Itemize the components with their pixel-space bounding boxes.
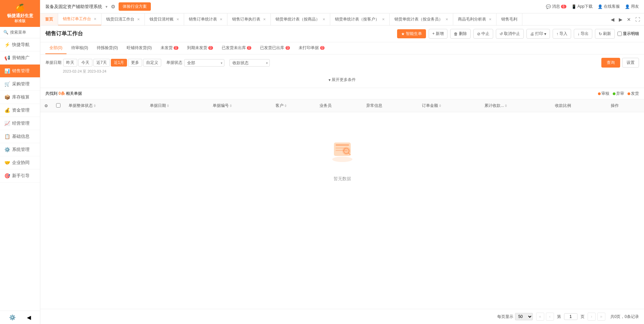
- prev-page-btn[interactable]: ‹: [546, 313, 554, 321]
- tab-next-btn[interactable]: ▶: [617, 16, 624, 23]
- subtab-shipped-out[interactable]: 已发货已出库 0: [256, 42, 294, 54]
- tab-close-stats-staff[interactable]: ✕: [445, 17, 448, 21]
- delete-btn[interactable]: 🗑 删除: [450, 29, 471, 39]
- date-yesterday[interactable]: 昨天: [63, 59, 77, 67]
- refresh-btn[interactable]: ↻ 刷新: [595, 29, 615, 39]
- th-status[interactable]: 单据整体状态: [65, 99, 146, 112]
- subtab-all[interactable]: 全部(0): [45, 42, 67, 54]
- unapprove-btn[interactable]: 弃审: [613, 91, 624, 96]
- date-custom[interactable]: 自定义: [143, 59, 161, 67]
- per-page-select[interactable]: 50 10 20 100: [515, 313, 533, 320]
- page-input[interactable]: [564, 313, 577, 320]
- sidebar-item-finance[interactable]: 💰 资金管理: [0, 104, 40, 117]
- sidebar-item-basic[interactable]: 📋 基础信息: [0, 130, 40, 143]
- sidebar-item-inventory[interactable]: 📦 库存核算: [0, 91, 40, 104]
- tab-close-sales-workbench[interactable]: ✕: [94, 17, 96, 21]
- sidebar-item-quick-nav[interactable]: ⚡ 快捷导航: [0, 38, 40, 51]
- sort-amount[interactable]: 订单金额: [422, 103, 477, 109]
- th-date[interactable]: 单据日期: [146, 99, 209, 112]
- sort-customer[interactable]: 客户: [275, 103, 311, 109]
- sidebar-item-guide[interactable]: 🎯 新手引导: [0, 169, 40, 183]
- tab-reconcile[interactable]: 钱货日清对账 ✕: [145, 13, 184, 26]
- user-btn[interactable]: 👤 用友: [625, 4, 639, 9]
- subtab-wangpu-ship[interactable]: 旺铺待发货(0): [123, 42, 156, 54]
- tab-order-stats[interactable]: 销售订单统计表 ✕: [184, 13, 227, 26]
- subtab-not-shipped[interactable]: 未发货 0: [157, 42, 182, 54]
- tab-close-all-btn[interactable]: ✕: [626, 16, 632, 23]
- subtab-not-printed[interactable]: 未打印单据 0: [295, 42, 329, 54]
- sidebar-item-enterprise[interactable]: 🤝 企业协同: [0, 156, 40, 169]
- expand-more-btn[interactable]: ▾ 展开更多条件: [45, 75, 639, 84]
- tab-close-order-stats[interactable]: ✕: [220, 17, 222, 21]
- sidebar-purchase-label: 采购管理: [12, 81, 30, 87]
- payment-select[interactable]: 收款状态: [229, 59, 270, 67]
- sort-cumulative[interactable]: 累计收款...: [484, 103, 547, 109]
- solution-btn[interactable]: 体验行业方案: [119, 2, 151, 11]
- status-select[interactable]: 全部: [184, 59, 224, 67]
- tab-sales-stats-staff[interactable]: 销货单统计表（按业务员） ✕: [390, 13, 453, 26]
- import-btn[interactable]: ↑ 导入: [553, 29, 571, 39]
- subtab-overdue-ship[interactable]: 到期未发货 0: [183, 42, 217, 54]
- tab-close-stats-product[interactable]: ✕: [323, 17, 325, 21]
- sort-status[interactable]: 单据整体状态: [69, 103, 142, 109]
- show-detail-checkbox[interactable]: [617, 32, 622, 36]
- export-btn[interactable]: ↓ 导出: [574, 29, 592, 39]
- date-1month[interactable]: 近1月: [111, 59, 127, 67]
- dropdown-icon[interactable]: ▾: [105, 4, 108, 9]
- tab-home[interactable]: 首页: [40, 13, 58, 26]
- print-btn[interactable]: 🖨 打印 ▾: [526, 29, 550, 39]
- tab-close-stats-customer[interactable]: ✕: [382, 17, 385, 21]
- send-btn[interactable]: 发货: [628, 91, 639, 96]
- approve-btn[interactable]: 审核: [598, 91, 609, 96]
- tab-sales-stats-product[interactable]: 销货单统计表（按商品） ✕: [271, 13, 330, 26]
- tab-maximize-btn[interactable]: ⛶: [634, 16, 641, 23]
- date-7days[interactable]: 近7天: [93, 59, 110, 67]
- subtab-pending-pick[interactable]: 待拣验货(0): [93, 42, 122, 54]
- last-page-btn[interactable]: »: [597, 313, 605, 321]
- add-btn[interactable]: + 新增: [429, 29, 447, 39]
- subtab-pending-review[interactable]: 待审核(0): [67, 42, 92, 54]
- th-number[interactable]: 单据编号: [209, 99, 271, 112]
- sidebar-item-sales[interactable]: 📊 销售管理: [0, 65, 40, 78]
- next-page-btn[interactable]: ›: [588, 313, 596, 321]
- settings-btn[interactable]: ⚙: [111, 4, 115, 10]
- sidebar-item-purchase[interactable]: 🛒 采购管理: [0, 78, 40, 91]
- first-page-btn[interactable]: «: [536, 313, 544, 321]
- sidebar-item-operation[interactable]: 📈 经营管理: [0, 117, 40, 130]
- tab-prev-btn[interactable]: ◀: [609, 16, 616, 23]
- th-customer[interactable]: 客户: [271, 99, 315, 112]
- select-all-checkbox[interactable]: [56, 103, 60, 108]
- tab-close-reconcile[interactable]: ✕: [176, 17, 179, 21]
- sidebar-item-marketing[interactable]: 📢 营销推广: [0, 51, 40, 65]
- message-btn[interactable]: 💬 消息 6: [546, 4, 566, 9]
- date-today[interactable]: 今天: [78, 59, 92, 67]
- sort-number[interactable]: 单据编号: [213, 103, 267, 109]
- smart-btn[interactable]: ★ 智能生单: [397, 29, 426, 38]
- tab-sales-workbench[interactable]: 销售订单工作台 ✕: [58, 13, 101, 26]
- settings-icon[interactable]: ⚙️: [9, 314, 16, 321]
- show-detail-toggle[interactable]: 显示明细: [617, 31, 639, 37]
- sidebar-item-search[interactable]: 🔍 搜索菜单: [0, 27, 40, 38]
- sort-date[interactable]: 单据日期: [150, 103, 205, 109]
- config-icon[interactable]: ⚙: [44, 104, 48, 108]
- tab-gross-profit[interactable]: 销售毛利: [497, 13, 522, 26]
- tab-daily-clear[interactable]: 钱货日清工作台 ✕: [101, 13, 145, 26]
- cancel-stop-btn[interactable]: ↺ 取消中止: [496, 29, 524, 39]
- tab-profit-analysis[interactable]: 商品毛利分析表 ✕: [453, 13, 497, 26]
- app-download-btn[interactable]: 📱 App下载: [571, 4, 593, 9]
- tab-sales-stats-customer[interactable]: 销货单统计表（按客户） ✕: [330, 13, 390, 26]
- tab-close-profit[interactable]: ✕: [489, 17, 491, 21]
- sidebar-item-system[interactable]: ⚙️ 系统管理: [0, 143, 40, 156]
- stop-btn[interactable]: ⊘ 中止: [473, 29, 493, 39]
- online-service-btn[interactable]: 👤 在线客服: [598, 4, 620, 9]
- date-more[interactable]: 更多: [128, 59, 142, 67]
- subtab-shipped-not-out[interactable]: 已发货未出库 0: [218, 42, 256, 54]
- query-btn[interactable]: 查询: [601, 58, 620, 68]
- th-cumulative[interactable]: 累计收款...: [480, 99, 551, 112]
- th-amount[interactable]: 订单金额: [418, 99, 481, 112]
- set-btn[interactable]: 设置: [622, 58, 639, 68]
- tab-close-order-exec[interactable]: ✕: [263, 17, 266, 21]
- tab-close-daily-clear[interactable]: ✕: [137, 17, 140, 21]
- tab-order-exec[interactable]: 销售订单执行表 ✕: [227, 13, 271, 26]
- collapse-icon[interactable]: ◀: [27, 314, 31, 321]
